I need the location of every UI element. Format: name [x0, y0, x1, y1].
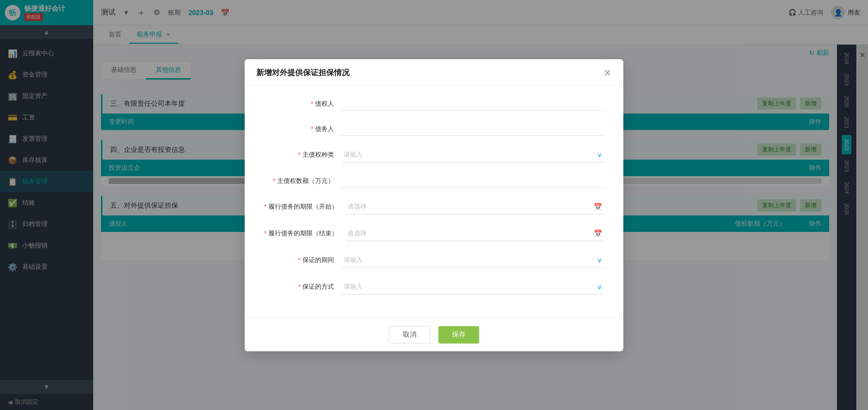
guarantee-period-placeholder: 请输入 — [344, 256, 597, 264]
dialog-header: 新增对外提供保证担保情况 ✕ — [245, 59, 623, 85]
form-row-zhaiquanren: * 债权人 — [264, 97, 604, 111]
dialog-title: 新增对外提供保证担保情况 — [256, 68, 350, 78]
form-row-zhaiwuren: * 债务人 — [264, 122, 604, 136]
zhaiwuren-label: * 债务人 — [264, 125, 342, 133]
form-row-guarantee-method: * 保证的方式 请输入 ∨ — [264, 279, 604, 295]
required-mark: * — [311, 125, 313, 132]
calendar-end-icon: 📅 — [594, 230, 602, 237]
dialog-overlay: 新增对外提供保证担保情况 ✕ * 债权人 * 债务人 — [0, 0, 868, 410]
period-end-picker[interactable]: 请选择 📅 — [346, 226, 604, 241]
period-end-label: * 履行债务的期限（结束） — [264, 229, 346, 238]
zhaiquanren-label: * 债权人 — [264, 99, 342, 108]
period-start-picker[interactable]: 请选择 📅 — [346, 199, 604, 214]
zhaiwuren-input[interactable] — [342, 122, 604, 136]
form-row-zhuzhaiquan-amount: * 主债权数额（万元） — [264, 174, 604, 188]
form-row-period-start: * 履行债务的期限（开始） 请选择 📅 — [264, 199, 604, 214]
period-start-label: * 履行债务的期限（开始） — [264, 202, 346, 211]
required-mark: * — [264, 203, 267, 210]
required-mark: * — [311, 100, 313, 107]
form-row-guarantee-period: * 保证的期间 请输入 ∨ — [264, 253, 604, 268]
period-start-placeholder: 请选择 — [348, 202, 594, 211]
dialog-body: * 债权人 * 债务人 * 主债权种类 请输入 — [245, 85, 623, 318]
guarantee-method-label: * 保证的方式 — [264, 282, 342, 291]
guarantee-method-placeholder: 请输入 — [344, 282, 597, 291]
guarantee-method-select[interactable]: 请输入 ∨ — [342, 279, 604, 295]
dialog: 新增对外提供保证担保情况 ✕ * 债权人 * 债务人 — [245, 59, 623, 351]
guarantee-period-label: * 保证的期间 — [264, 256, 342, 264]
calendar-start-icon: 📅 — [594, 203, 602, 211]
chevron-down-icon3: ∨ — [597, 283, 602, 291]
dialog-footer: 取消 保存 — [245, 318, 623, 351]
form-row-period-end: * 履行债务的期限（结束） 请选择 📅 — [264, 226, 604, 241]
zhuzhaiquan-amount-input[interactable] — [342, 174, 604, 188]
required-mark: * — [298, 256, 300, 263]
chevron-down-icon: ∨ — [597, 151, 602, 159]
dialog-close-button[interactable]: ✕ — [603, 68, 612, 78]
period-end-placeholder: 请选择 — [348, 229, 594, 238]
required-mark: * — [273, 177, 275, 184]
zhuzhaiquan-type-placeholder: 请输入 — [344, 150, 597, 159]
zhuzhaiquan-type-select[interactable]: 请输入 ∨ — [342, 148, 604, 163]
guarantee-period-select[interactable]: 请输入 ∨ — [342, 253, 604, 268]
zhaiquanren-input[interactable] — [342, 97, 604, 111]
required-mark: * — [264, 230, 267, 237]
zhuzhaiquan-amount-label: * 主债权数额（万元） — [264, 177, 342, 185]
form-row-zhuzhaiquan-type: * 主债权种类 请输入 ∨ — [264, 148, 604, 163]
zhuzhaiquan-type-label: * 主债权种类 — [264, 150, 342, 159]
required-mark: * — [298, 283, 300, 290]
cancel-button[interactable]: 取消 — [389, 326, 431, 344]
required-mark: * — [298, 151, 300, 158]
chevron-down-icon2: ∨ — [597, 256, 602, 264]
save-button[interactable]: 保存 — [438, 326, 479, 344]
